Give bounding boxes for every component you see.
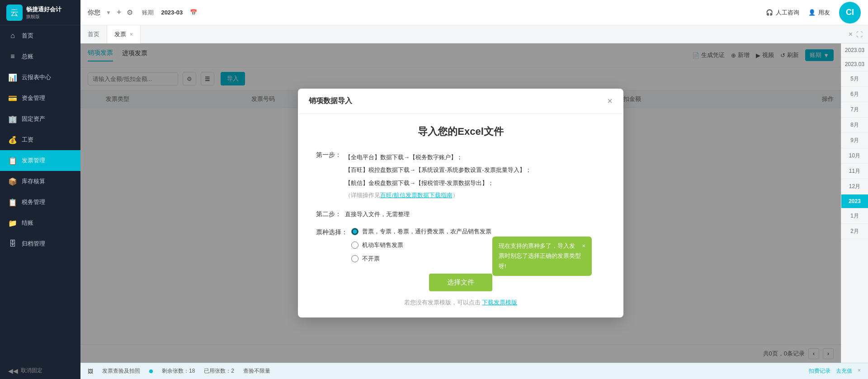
check-dot xyxy=(149,370,153,373)
tab-invoice[interactable]: 发票 × xyxy=(107,25,141,43)
pin-icon: ◀◀ xyxy=(8,367,18,374)
sidebar-item-ledger[interactable]: ≡ 总账 xyxy=(0,46,80,67)
step2-section: 第二步： 直接导入文件，无需整理 xyxy=(316,210,605,218)
sidebar-item-finance[interactable]: 💳 资金管理 xyxy=(0,88,80,109)
topbar-consult-button[interactable]: 🎧 人工咨询 xyxy=(766,9,799,17)
bottom-actions: 扣费记录 去充值 × xyxy=(809,367,861,375)
maximize-window-button[interactable]: ⛶ xyxy=(856,31,863,38)
sidebar-item-home[interactable]: ⌂ 首页 xyxy=(0,25,80,46)
modal-overlay: 销项数据导入 × 导入您的Excel文件 第一步： 【全电平台】数据下载→【税务… xyxy=(80,43,841,363)
archive-icon: 🗄 xyxy=(8,239,17,248)
modal-footer: 若您没有发票模版，可以点击 下载发票模版 xyxy=(316,298,605,307)
check-label: 发票查验及拍照 xyxy=(102,367,140,375)
main-content: 你您 ▼ + ⚙ 账期 2023-03 📅 🎧 人工咨询 👤 用友 CI xyxy=(80,0,868,379)
logo-text: 畅捷通好会计 旗舰版 xyxy=(26,5,61,20)
sidebar-item-assets[interactable]: 🏢 固定资产 xyxy=(0,109,80,129)
month-2[interactable]: 2月 xyxy=(841,224,868,239)
ticket-option-motor[interactable]: 机动车销售发票 xyxy=(351,241,491,249)
sidebar-item-label: 总账 xyxy=(22,52,33,61)
sidebar-item-label: 资金管理 xyxy=(22,94,45,102)
inventory-icon: 📦 xyxy=(8,177,17,186)
settle-icon: 📁 xyxy=(8,218,17,227)
month-2023-03-a[interactable]: 2023.03 xyxy=(841,43,868,57)
home-icon: ⌂ xyxy=(8,31,17,40)
report-icon: 📊 xyxy=(8,73,17,82)
sidebar-item-archive[interactable]: 🗄 归档管理 xyxy=(0,233,80,254)
month-6[interactable]: 6月 xyxy=(841,87,868,102)
month-7[interactable]: 7月 xyxy=(841,102,868,118)
month-5[interactable]: 5月 xyxy=(841,71,868,87)
month-11[interactable]: 11月 xyxy=(841,164,868,179)
modal-title: 销项数据导入 xyxy=(309,96,352,106)
sidebar-item-label: 发票管理 xyxy=(22,156,45,165)
sidebar-nav: ⌂ 首页 ≡ 总账 📊 云报表中心 💳 资金管理 🏢 固定资产 💰 工资 xyxy=(0,25,80,362)
step1-line1: 【全电平台】数据下载→【税务数字账户】； xyxy=(345,151,531,164)
month-12[interactable]: 12月 xyxy=(841,179,868,194)
sidebar-item-label: 税务管理 xyxy=(22,198,45,206)
tooltip-bubble: × 现在支持的票种多了，导入发票时别忘了选择正确的发票类型呀! xyxy=(492,237,592,275)
ticket-option-none[interactable]: 不开票 xyxy=(351,255,491,263)
step1-line3: 【航信】金税盘数据下载→【报税管理-发票数据导出】； xyxy=(345,177,531,190)
month-sidebar: 2023.03 2023.03 5月 6月 7月 8月 9月 10月 11月 1… xyxy=(841,43,868,363)
month-9[interactable]: 9月 xyxy=(841,133,868,148)
tooltip-close-button[interactable]: × xyxy=(582,241,585,251)
ticket-label: 票种选择： xyxy=(316,228,348,237)
month-2023-03-b[interactable]: 2023.03 xyxy=(841,57,868,71)
ticket-radio-group: 普票，专票，卷票，通行费发票，农产品销售发票 机动车销售发票 xyxy=(351,227,491,263)
download-template-link[interactable]: 下载发票模版 xyxy=(482,299,517,306)
sidebar: 云 畅捷通好会计 旗舰版 ⌂ 首页 ≡ 总账 📊 云报表中心 💳 资金管理 xyxy=(0,0,80,379)
step1-line2: 【百旺】税控盘数据下载→【系统设置-系统参数设置-发票批量导入】； xyxy=(345,164,531,177)
finance-icon: 💳 xyxy=(8,94,17,103)
topbar-user-profile[interactable]: 👤 用友 xyxy=(808,9,830,17)
topbar-user: 你您 xyxy=(88,9,100,17)
import-modal: 销项数据导入 × 导入您的Excel文件 第一步： 【全电平台】数据下载→【税务… xyxy=(298,89,623,318)
fee-record-link[interactable]: 扣费记录 xyxy=(809,367,830,375)
bottom-close-button[interactable]: × xyxy=(858,367,861,375)
sidebar-cancel-pin[interactable]: ◀◀ 取消固定 xyxy=(0,362,80,379)
sidebar-item-report[interactable]: 📊 云报表中心 xyxy=(0,67,80,88)
topbar-calendar-icon[interactable]: 📅 xyxy=(190,9,197,16)
radio-motor[interactable] xyxy=(351,242,359,249)
check-icon: 🖼 xyxy=(88,368,93,374)
step1-link-text: （详细操作见百旺/航信发票数据下载指南） xyxy=(345,190,531,201)
step1-row: 第一步： 【全电平台】数据下载→【税务数字账户】； 【百旺】税控盘数据下载→【系… xyxy=(316,151,605,202)
close-window-button[interactable]: × xyxy=(849,30,853,38)
sidebar-item-label: 首页 xyxy=(22,32,33,40)
topbar-arrow[interactable]: ▼ xyxy=(106,9,111,16)
tab-close-button[interactable]: × xyxy=(130,31,133,38)
tooltip-text: 现在支持的票种多了，导入发票时别忘了选择正确的发票类型呀! xyxy=(499,242,581,269)
ci-avatar[interactable]: CI xyxy=(839,2,861,24)
assets-icon: 🏢 xyxy=(8,114,17,123)
step2-text: 直接导入文件，无需整理 xyxy=(345,210,410,218)
salary-icon: 💰 xyxy=(8,135,17,144)
topbar: 你您 ▼ + ⚙ 账期 2023-03 📅 🎧 人工咨询 👤 用友 CI xyxy=(80,0,868,25)
modal-close-button[interactable]: × xyxy=(607,96,613,106)
topbar-settings-icon[interactable]: ⚙ xyxy=(127,8,133,17)
sidebar-item-salary[interactable]: 💰 工资 xyxy=(0,129,80,150)
radio-normal[interactable] xyxy=(351,228,359,235)
ticket-option-normal[interactable]: 普票，专票，卷票，通行费发票，农产品销售发票 xyxy=(351,227,491,236)
sidebar-item-invoice[interactable]: 📋 发票管理 xyxy=(0,150,80,171)
invoice-icon: 📋 xyxy=(8,156,17,165)
radio-none[interactable] xyxy=(351,255,359,262)
month-8[interactable]: 8月 xyxy=(841,118,868,133)
topbar-right: 🎧 人工咨询 👤 用友 CI xyxy=(766,2,861,24)
month-1[interactable]: 1月 xyxy=(841,208,868,224)
modal-main-title: 导入您的Excel文件 xyxy=(316,125,605,138)
sidebar-item-settle[interactable]: 📁 结账 xyxy=(0,213,80,233)
month-10[interactable]: 10月 xyxy=(841,148,868,164)
ticket-section: 票种选择： 普票，专票，卷票，通行费发票，农产品销售发票 xyxy=(316,227,605,263)
sidebar-item-label: 归档管理 xyxy=(22,240,45,248)
step1-guide-link[interactable]: 百旺/航信发票数据下载指南 xyxy=(380,192,453,199)
topbar-add-button[interactable]: + xyxy=(117,8,122,17)
tab-home[interactable]: 首页 xyxy=(80,25,107,43)
select-file-button[interactable]: 选择文件 xyxy=(429,274,492,291)
topbar-period-label: 账期 xyxy=(142,9,154,17)
sidebar-item-label: 工资 xyxy=(22,136,33,144)
sidebar-item-tax[interactable]: 📋 税务管理 xyxy=(0,192,80,213)
sidebar-item-inventory[interactable]: 📦 库存核算 xyxy=(0,171,80,192)
tax-icon: 📋 xyxy=(8,198,17,207)
recharge-link[interactable]: 去充值 xyxy=(836,367,852,375)
month-2023[interactable]: 2023 xyxy=(841,194,868,208)
sidebar-item-label: 库存核算 xyxy=(22,177,45,185)
